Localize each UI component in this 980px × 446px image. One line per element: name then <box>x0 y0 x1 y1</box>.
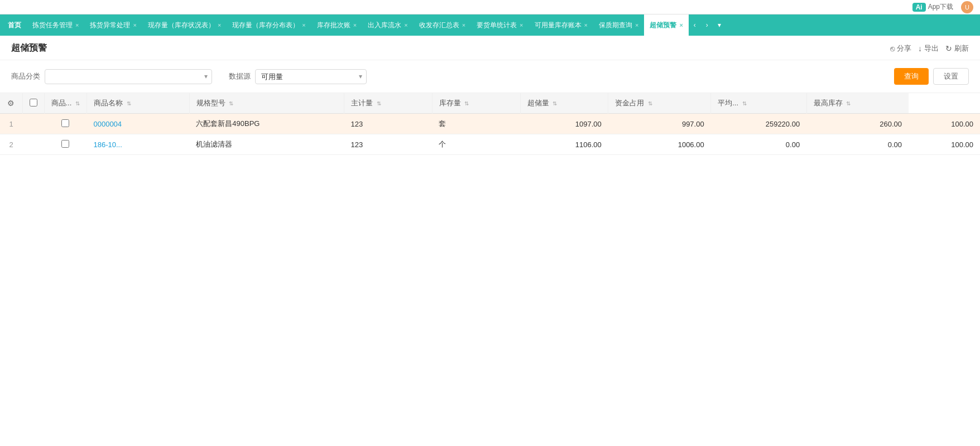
row-checkbox[interactable] <box>61 119 69 127</box>
refresh-icon: ↻ <box>945 44 952 53</box>
nav-item-inventory-status[interactable]: 现存量（库存状况表） × <box>142 14 227 36</box>
th-avg[interactable]: 平均... ⇅ <box>711 93 806 114</box>
row-settings-cell <box>22 114 44 134</box>
row-avg: 260.00 <box>806 114 909 134</box>
row-unit: 个 <box>432 134 520 155</box>
row-checkbox[interactable] <box>61 140 69 148</box>
close-icon[interactable]: × <box>404 22 407 28</box>
row-stock: 1106.00 <box>520 134 608 155</box>
row-capital: 0.00 <box>711 134 806 155</box>
filter-actions: 查询 设置 <box>894 68 969 85</box>
table-body: 1 0000004 六配套新昌490BPG 123 套 1097.00 997.… <box>0 114 980 155</box>
th-spec[interactable]: 规格型号 ⇅ <box>189 93 344 114</box>
datasource-select[interactable]: 可用量 实际库存 <box>255 69 367 84</box>
nav-prev-arrow[interactable]: ‹ <box>689 14 701 36</box>
th-stock[interactable]: 库存量 ⇅ <box>432 93 520 114</box>
table-header: ⚙ 商品... ⇅ 商品名称 ⇅ 规格型号 ⇅ <box>0 93 980 114</box>
export-button[interactable]: ↓ 导出 <box>918 43 939 54</box>
close-icon[interactable]: × <box>133 22 136 28</box>
row-product-code: 186-10... <box>87 134 189 155</box>
datasource-select-wrapper: 可用量 实际库存 <box>255 69 367 84</box>
th-check <box>22 93 44 114</box>
row-num-cell <box>44 114 87 134</box>
nav-item-batch-account[interactable]: 库存批次账 × <box>311 14 362 36</box>
row-max-stock: 100.00 <box>909 134 980 155</box>
settings-button[interactable]: 设置 <box>933 68 969 85</box>
nav-item-home[interactable]: 首页 <box>2 14 27 36</box>
th-product-name[interactable]: 商品名称 ⇅ <box>87 93 189 114</box>
datasource-filter-group: 数据源 可用量 实际库存 <box>229 69 367 84</box>
th-max-stock[interactable]: 最高库存 ⇅ <box>806 93 909 114</box>
close-icon[interactable]: × <box>520 22 523 28</box>
nav-item-abnormal[interactable]: 拣货异常处理 × <box>84 14 142 36</box>
close-icon[interactable]: × <box>218 22 221 28</box>
row-spec: 123 <box>344 134 433 155</box>
nav-item-expiry[interactable]: 保质期查询 × <box>593 14 644 36</box>
top-bar-ai-section: Ai App下载 U <box>912 1 973 13</box>
filter-area: 商品分类 数据源 可用量 实际库存 查询 设置 <box>0 60 980 93</box>
th-capital[interactable]: 资金占用 ⇅ <box>608 93 711 114</box>
table-wrapper: ⚙ 商品... ⇅ 商品名称 ⇅ 规格型号 ⇅ <box>0 93 980 155</box>
close-icon[interactable]: × <box>302 22 305 28</box>
nav-bar: 首页 拣货任务管理 × 拣货异常处理 × 现存量（库存状况表） × 现存量（库存… <box>0 14 980 36</box>
close-icon[interactable]: × <box>584 22 588 28</box>
sort-icon: ⇅ <box>75 100 80 106</box>
row-overstock: 1006.00 <box>608 134 711 155</box>
nav-item-in-out-flow[interactable]: 出入库流水 × <box>362 14 413 36</box>
sort-icon: ⇅ <box>742 100 747 106</box>
table-row: 2 186-10... 机油滤清器 123 个 1106.00 1006.00 … <box>0 134 980 155</box>
row-stock: 1097.00 <box>520 114 608 134</box>
ai-badge[interactable]: Ai <box>912 3 926 12</box>
nav-item-available-account[interactable]: 可用量库存账本 × <box>529 14 593 36</box>
category-filter-group: 商品分类 <box>11 69 212 84</box>
app-download-link[interactable]: App下载 <box>928 2 953 12</box>
th-unit[interactable]: 主计量 ⇅ <box>344 93 433 114</box>
row-product-name: 机油滤清器 <box>189 134 344 155</box>
nav-next-arrow[interactable]: › <box>701 14 713 36</box>
category-select[interactable] <box>45 69 212 84</box>
row-unit: 套 <box>432 114 520 134</box>
page-actions: ⎋ 分享 ↓ 导出 ↻ 刷新 <box>890 43 969 54</box>
row-product-name: 六配套新昌490BPG <box>189 114 344 134</box>
select-all-checkbox[interactable] <box>30 99 37 106</box>
sort-icon: ⇅ <box>553 100 557 106</box>
close-icon[interactable]: × <box>462 22 465 28</box>
row-overstock: 997.00 <box>608 114 711 134</box>
datasource-filter-label: 数据源 <box>229 71 251 81</box>
sort-icon: ⇅ <box>229 100 233 106</box>
sort-icon: ⇅ <box>127 100 131 106</box>
row-avg: 0.00 <box>806 134 909 155</box>
row-number: 2 <box>0 134 22 155</box>
query-button[interactable]: 查询 <box>894 68 929 85</box>
category-filter-label: 商品分类 <box>11 71 40 81</box>
close-icon[interactable]: × <box>635 22 638 28</box>
export-icon: ↓ <box>918 44 922 53</box>
th-settings[interactable]: ⚙ <box>0 93 22 114</box>
sort-icon: ⇅ <box>846 100 851 106</box>
nav-item-order-stats[interactable]: 要货单统计表 × <box>471 14 529 36</box>
nav-item-task-mgmt[interactable]: 拣货任务管理 × <box>27 14 84 36</box>
sort-icon: ⇅ <box>377 100 381 106</box>
th-overstock[interactable]: 超储量 ⇅ <box>520 93 608 114</box>
refresh-button[interactable]: ↻ 刷新 <box>945 43 969 54</box>
row-settings-cell <box>22 134 44 155</box>
share-button[interactable]: ⎋ 分享 <box>890 43 911 54</box>
row-product-code: 0000004 <box>87 114 189 134</box>
th-product-code[interactable]: 商品... ⇅ <box>44 93 87 114</box>
close-icon[interactable]: × <box>75 22 79 28</box>
nav-item-recv-send[interactable]: 收发存汇总表 × <box>414 14 471 36</box>
sort-icon: ⇅ <box>464 100 469 106</box>
nav-item-inventory-dist[interactable]: 现存量（库存分布表） × <box>227 14 311 36</box>
close-icon[interactable]: × <box>353 22 357 28</box>
row-max-stock: 100.00 <box>909 114 980 134</box>
row-spec: 123 <box>344 114 433 134</box>
nav-more-arrow[interactable]: ▾ <box>713 14 726 36</box>
share-icon: ⎋ <box>890 44 895 53</box>
gear-icon[interactable]: ⚙ <box>7 99 15 108</box>
close-icon[interactable]: × <box>679 22 683 28</box>
avatar[interactable]: U <box>961 1 973 13</box>
category-select-wrapper <box>45 69 212 84</box>
table-row: 1 0000004 六配套新昌490BPG 123 套 1097.00 997.… <box>0 114 980 134</box>
nav-item-overstock-warning[interactable]: 超储预警 × <box>644 14 688 36</box>
data-table: ⚙ 商品... ⇅ 商品名称 ⇅ 规格型号 ⇅ <box>0 93 980 155</box>
